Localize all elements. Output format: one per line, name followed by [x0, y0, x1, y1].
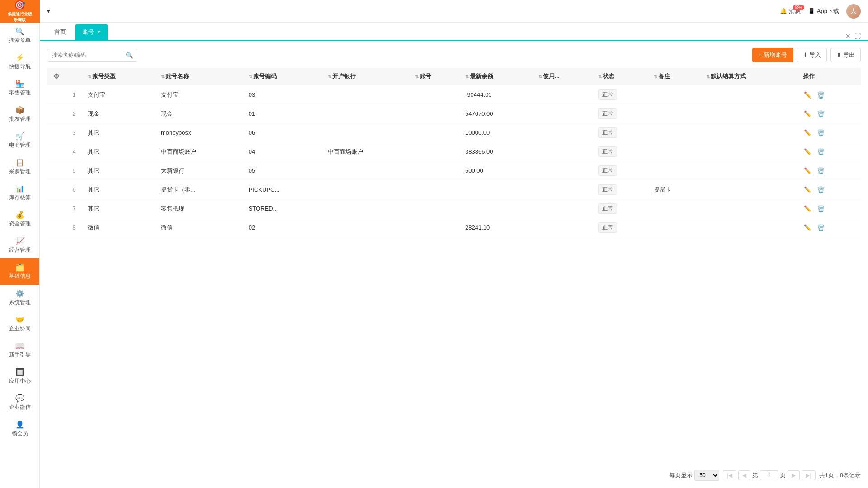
col-bank[interactable]: ⇅开户银行 — [323, 68, 411, 85]
row-account-name-cell: 微信 — [156, 218, 244, 237]
tab-close-all-icon[interactable]: ✕ — [845, 33, 851, 40]
export-button[interactable]: ⬆ 导出 — [830, 48, 861, 62]
status-badge: 正常 — [598, 146, 617, 157]
per-page-control: 每页显示 50 20 100 — [669, 470, 719, 481]
col-account-name[interactable]: ⇅账号名称 — [156, 68, 244, 85]
sidebar-item-member[interactable]: 👤 畅会员 — [0, 416, 39, 442]
status-badge: 正常 — [598, 222, 617, 233]
row-default-settlement-cell — [702, 199, 798, 218]
prev-page-button[interactable]: ◀ — [738, 470, 750, 480]
col-latest-balance[interactable]: ⇅最新余额 — [461, 68, 534, 85]
row-status-cell: 正常 — [594, 142, 649, 161]
col-action: 操作 — [798, 68, 861, 85]
delete-button[interactable]: 🗑️ — [816, 109, 826, 118]
row-account-name-cell: 大新银行 — [156, 161, 244, 180]
per-page-select[interactable]: 50 20 100 — [694, 470, 719, 481]
row-num-cell: 1 — [65, 85, 83, 104]
tab-account[interactable]: 账号 ✕ — [75, 24, 108, 40]
toolbar: 🔍 + 新增账号 ⬇ 导入 ⬆ 导出 — [47, 48, 861, 62]
guide-icon: 📖 — [15, 342, 24, 350]
accounts-table: ⚙ ⇅账号类型 ⇅账号名称 ⇅账号编码 ⇅开户银行 ⇅账号 ⇅最新余额 ⇅使用.… — [47, 68, 861, 237]
edit-button[interactable]: ✏️ — [803, 147, 812, 156]
add-account-button[interactable]: + 新增账号 — [752, 48, 793, 62]
last-page-button[interactable]: ▶| — [802, 470, 815, 480]
search-button[interactable]: 🔍 — [122, 49, 137, 61]
edit-button[interactable]: ✏️ — [803, 109, 812, 118]
header-right: 🔔 消息 99+ 📱 App下载 人 — [780, 4, 861, 19]
row-status-cell: 正常 — [594, 104, 649, 123]
sidebar-item-label: 基础信息 — [9, 272, 31, 280]
avatar[interactable]: 人 — [846, 4, 861, 19]
delete-button[interactable]: 🗑️ — [816, 223, 826, 232]
delete-button[interactable]: 🗑️ — [816, 166, 826, 175]
import-button[interactable]: ⬇ 导入 — [797, 48, 827, 62]
phone-icon: 📱 — [808, 8, 815, 14]
notification-button[interactable]: 🔔 消息 99+ — [780, 7, 801, 15]
row-account-type-cell: 支付宝 — [83, 85, 156, 104]
header-dropdown[interactable]: ▾ — [47, 8, 50, 14]
row-account-no-cell — [410, 123, 461, 142]
delete-button[interactable]: 🗑️ — [816, 90, 826, 99]
sidebar-item-operation[interactable]: 📈 经营管理 — [0, 232, 39, 258]
col-account-code[interactable]: ⇅账号编码 — [244, 68, 323, 85]
row-account-name-cell: 零售抵现 — [156, 199, 244, 218]
row-settings-cell — [47, 104, 65, 123]
delete-button[interactable]: 🗑️ — [816, 204, 826, 213]
col-remarks[interactable]: ⇅备注 — [649, 68, 702, 85]
sidebar-item-label: 快捷导航 — [9, 63, 31, 70]
sidebar-item-purchase[interactable]: 📋 采购管理 — [0, 154, 39, 180]
col-account-type[interactable]: ⇅账号类型 — [83, 68, 156, 85]
sidebar-item-label: 企业协同 — [9, 325, 31, 333]
edit-button[interactable]: ✏️ — [803, 204, 812, 213]
edit-button[interactable]: ✏️ — [803, 223, 812, 232]
row-account-type-cell: 其它 — [83, 161, 156, 180]
next-page-button[interactable]: ▶ — [788, 470, 800, 480]
sidebar-item-guide[interactable]: 📖 新手引导 — [0, 337, 39, 363]
status-badge: 正常 — [598, 89, 617, 100]
col-status[interactable]: ⇅状态 — [594, 68, 649, 85]
sidebar-item-shortcut[interactable]: ⚡ 快捷导航 — [0, 49, 39, 75]
delete-button[interactable]: 🗑️ — [816, 185, 826, 194]
delete-button[interactable]: 🗑️ — [816, 147, 826, 156]
tab-home[interactable]: 首页 — [47, 24, 73, 40]
row-default-settlement-cell — [702, 218, 798, 237]
sidebar-item-retail[interactable]: 🏪 零售管理 — [0, 75, 39, 101]
search-input[interactable] — [47, 49, 122, 61]
tab-expand-icon[interactable]: ⛶ — [854, 33, 861, 40]
row-account-code-cell: 02 — [244, 218, 323, 237]
sidebar-item-basic[interactable]: 🗂️ 基础信息 — [0, 258, 39, 285]
row-account-code-cell: STORED... — [244, 199, 323, 218]
sidebar-item-wholesale[interactable]: 📦 批发管理 — [0, 101, 39, 127]
sidebar-item-enterprise[interactable]: 🤝 企业协同 — [0, 311, 39, 337]
sidebar-item-wechat[interactable]: 💬 企业微信 — [0, 389, 39, 416]
per-page-label: 每页显示 — [669, 471, 693, 479]
sidebar-logo: 🎯 畅捷通行业版 乐鹰版 — [0, 0, 40, 23]
sidebar-item-system[interactable]: ⚙️ 系统管理 — [0, 285, 39, 311]
row-account-no-cell — [410, 199, 461, 218]
tab-close-icon[interactable]: ✕ — [97, 30, 101, 35]
sidebar-item-inventory[interactable]: 📊 库存核算 — [0, 180, 39, 206]
edit-button[interactable]: ✏️ — [803, 185, 812, 194]
search-nav-icon: 🔍 — [15, 27, 24, 36]
col-usage[interactable]: ⇅使用... — [534, 68, 594, 85]
edit-button[interactable]: ✏️ — [803, 90, 812, 99]
sidebar-item-search[interactable]: 🔍 搜索菜单 — [0, 23, 39, 49]
ecommerce-icon: 🛒 — [15, 132, 24, 141]
col-default-settlement[interactable]: ⇅默认结算方式 — [702, 68, 798, 85]
delete-button[interactable]: 🗑️ — [816, 128, 826, 137]
col-account-no[interactable]: ⇅账号 — [410, 68, 461, 85]
edit-button[interactable]: ✏️ — [803, 128, 812, 137]
app-download-button[interactable]: 📱 App下载 — [808, 7, 839, 15]
first-page-button[interactable]: |◀ — [723, 470, 736, 480]
edit-button[interactable]: ✏️ — [803, 166, 812, 175]
toolbar-right: + 新增账号 ⬇ 导入 ⬆ 导出 — [752, 48, 861, 62]
sidebar-item-ecommerce[interactable]: 🛒 电商管理 — [0, 127, 39, 154]
row-default-settlement-cell — [702, 85, 798, 104]
row-settings-cell — [47, 142, 65, 161]
sidebar-item-appstore[interactable]: 🔲 应用中心 — [0, 363, 39, 389]
col-settings[interactable]: ⚙ — [47, 68, 65, 85]
page-input[interactable] — [760, 470, 778, 480]
dropdown-chevron-icon: ▾ — [47, 8, 50, 14]
sidebar-item-finance[interactable]: 💰 资金管理 — [0, 206, 39, 232]
row-account-code-cell: 01 — [244, 104, 323, 123]
